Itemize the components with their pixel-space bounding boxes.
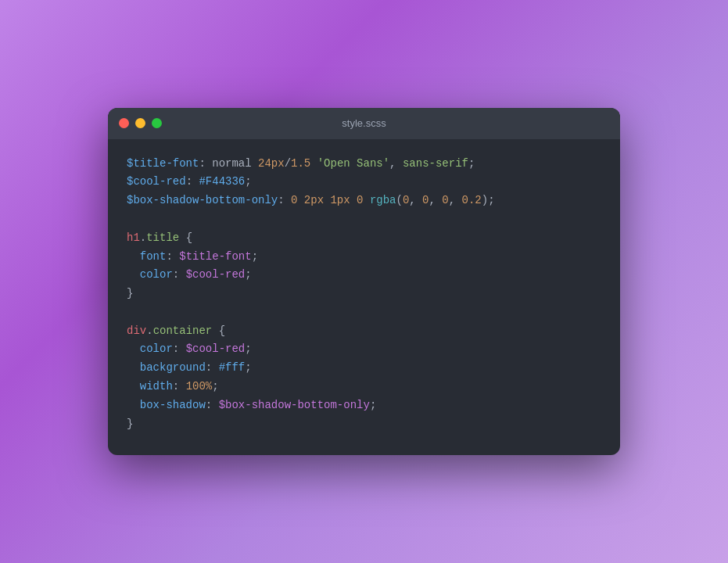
token-prop: background	[140, 361, 206, 374]
code-line: background: #fff;	[127, 359, 601, 378]
code-line: width: 100%;	[127, 378, 601, 396]
token-fn: rgba	[370, 194, 396, 206]
code-line: $box-shadow-bottom-only: 0 2px 1px 0 rgb…	[127, 192, 601, 210]
code-line: div.container {	[127, 322, 601, 341]
token-selector: h1	[127, 231, 140, 244]
code-window: style.scss $title-font: normal 24px/1.5 …	[108, 108, 620, 456]
token-value: sans-serif	[403, 157, 468, 170]
code-line: color: $cool-red;	[127, 340, 601, 359]
token-varref: $title-font	[179, 250, 251, 263]
token-prop: color	[140, 268, 173, 281]
traffic-lights	[119, 118, 162, 128]
code-line: }	[127, 415, 601, 434]
token-string: 'Open Sans'	[317, 157, 389, 170]
maximize-button[interactable]	[152, 118, 162, 128]
token-keyword: normal	[212, 157, 258, 170]
token-selector: div	[127, 325, 146, 337]
titlebar: style.scss	[108, 108, 620, 139]
token-varref: $box-shadow-bottom-only	[219, 399, 370, 411]
token-prop: width	[140, 380, 173, 393]
minimize-button[interactable]	[135, 118, 145, 128]
token-class: title	[146, 231, 179, 244]
token-var: $box-shadow-bottom-only	[127, 194, 278, 206]
token-varref: $cool-red	[186, 342, 246, 355]
code-editor: $title-font: normal 24px/1.5 'Open Sans'…	[108, 139, 620, 456]
code-line: box-shadow: $box-shadow-bottom-only;	[127, 396, 601, 415]
blank-line	[127, 303, 601, 322]
token-hex: #F44336	[199, 175, 245, 188]
code-line: h1.title {	[127, 229, 601, 248]
code-line: color: $cool-red;	[127, 266, 601, 285]
token-prop: box-shadow	[140, 399, 206, 411]
code-line: font: $title-font;	[127, 248, 601, 267]
token-number2: 1.5	[291, 157, 310, 170]
blank-line	[127, 210, 601, 229]
token-var: $title-font	[127, 157, 199, 170]
code-line: $title-font: normal 24px/1.5 'Open Sans'…	[127, 155, 601, 174]
token-var: $cool-red	[127, 175, 186, 188]
token-number: 24px	[258, 157, 285, 170]
token-number: 100%	[186, 380, 213, 393]
token-hex: #fff	[219, 361, 246, 374]
token-prop: font	[140, 250, 167, 263]
code-line: }	[127, 285, 601, 303]
token-varref: $cool-red	[186, 268, 246, 281]
close-button[interactable]	[119, 118, 129, 128]
token-class: container	[153, 325, 213, 337]
window-title: style.scss	[342, 117, 386, 129]
token-num: 0 2px 1px 0	[291, 194, 363, 206]
code-line: $cool-red: #F44336;	[127, 173, 601, 192]
token-prop: color	[140, 342, 173, 355]
